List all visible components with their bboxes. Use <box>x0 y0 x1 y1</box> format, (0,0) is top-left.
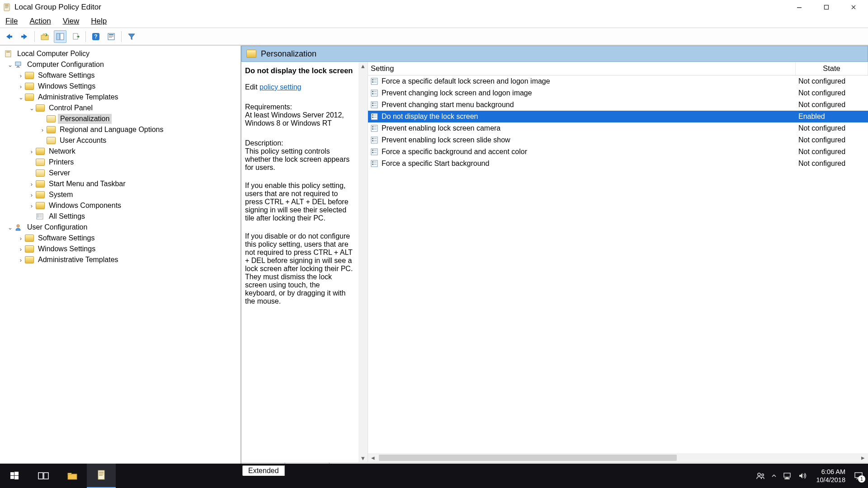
tree-cc-startmenu[interactable]: › Start Menu and Taskbar <box>2 178 239 189</box>
settings-list[interactable]: Force a specific default lock screen and… <box>368 75 868 453</box>
expand-icon[interactable]: › <box>17 83 24 90</box>
expand-icon[interactable]: › <box>39 127 46 133</box>
up-level-button[interactable] <box>38 30 51 43</box>
setting-row[interactable]: Do not display the lock screenEnabled <box>368 111 868 122</box>
tree-cc-software-settings[interactable]: › Software Settings <box>2 70 239 81</box>
filter-button[interactable] <box>125 30 138 43</box>
svg-rect-1 <box>5 5 9 5</box>
people-icon[interactable] <box>755 471 765 481</box>
tree-cc-server[interactable]: Server <box>2 168 239 178</box>
taskbar-gpedit[interactable] <box>87 464 116 488</box>
maximize-button[interactable] <box>813 0 840 14</box>
show-hide-tree-button[interactable] <box>54 30 66 43</box>
task-view-button[interactable] <box>29 464 58 488</box>
collapse-icon[interactable]: ⌄ <box>6 61 14 68</box>
menu-file[interactable]: File <box>2 16 21 27</box>
nav-back-button[interactable] <box>3 30 15 43</box>
start-button[interactable] <box>0 464 29 488</box>
tree-uc-windows-settings[interactable]: › Windows Settings <box>2 244 239 254</box>
policy-setting-link[interactable]: policy setting <box>259 83 302 91</box>
tree-user-configuration[interactable]: ⌄ User Configuration <box>2 222 239 233</box>
folder-icon <box>24 245 34 253</box>
tree-cc-user-accounts[interactable]: User Accounts <box>2 135 239 146</box>
minimize-button[interactable] <box>786 0 813 14</box>
requirements-body: At least Windows Server 2012, Windows 8 … <box>245 111 353 127</box>
tree-cc-admin-templates[interactable]: ⌄ Administrative Templates <box>2 92 239 103</box>
column-setting[interactable]: Setting <box>368 62 796 75</box>
scroll-right-icon[interactable]: ▸ <box>860 454 866 462</box>
svg-rect-39 <box>374 93 377 94</box>
menubar: File Action View Help <box>0 14 868 28</box>
menu-action[interactable]: Action <box>26 16 54 27</box>
collapse-icon[interactable]: ⌄ <box>6 224 14 231</box>
detail-scrollbar[interactable]: ▴ ▾ <box>359 62 368 462</box>
taskbar-time: 6:06 AM <box>816 468 845 476</box>
svg-point-83 <box>762 474 764 476</box>
svg-rect-52 <box>372 128 373 130</box>
properties-button[interactable] <box>105 30 118 43</box>
folder-icon <box>246 50 256 58</box>
tree-cc-allsettings[interactable]: All Settings <box>2 211 239 222</box>
export-list-button[interactable] <box>69 30 82 43</box>
tree-cc-system[interactable]: › System <box>2 189 239 200</box>
folder-icon <box>35 147 45 155</box>
column-state[interactable]: State <box>796 62 868 75</box>
taskbar-clock[interactable]: 6:06 AM 10/4/2018 <box>813 468 848 484</box>
volume-icon[interactable] <box>798 472 808 480</box>
menu-view[interactable]: View <box>59 16 83 27</box>
tree-uc-software-settings[interactable]: › Software Settings <box>2 233 239 244</box>
expand-icon[interactable]: › <box>17 235 24 242</box>
setting-row[interactable]: Force a specific background and accent c… <box>368 146 868 158</box>
scroll-left-icon[interactable]: ◂ <box>370 454 376 462</box>
svg-rect-10 <box>57 33 60 40</box>
tree-computer-configuration[interactable]: ⌄ Computer Configuration <box>2 59 239 70</box>
tree-cc-control-panel[interactable]: ⌄ Control Panel <box>2 103 239 113</box>
tree-cc-personalization[interactable]: Personalization <box>2 113 239 124</box>
collapse-icon[interactable]: ⌄ <box>17 94 24 101</box>
svg-rect-80 <box>99 474 104 474</box>
tree-pane[interactable]: Local Computer Policy ⌄ Computer Configu… <box>0 46 241 476</box>
setting-row[interactable]: Prevent enabling lock screen cameraNot c… <box>368 122 868 134</box>
list-header: Setting State <box>368 62 868 75</box>
setting-row[interactable]: Force a specific default lock screen and… <box>368 75 868 87</box>
expand-icon[interactable]: › <box>17 257 24 263</box>
network-icon[interactable] <box>783 472 793 480</box>
expand-icon[interactable]: › <box>17 72 24 79</box>
help-button[interactable]: ? <box>90 30 102 43</box>
tree-root[interactable]: Local Computer Policy <box>2 48 239 59</box>
tree-cc-printers[interactable]: Printers <box>2 157 239 168</box>
setting-row[interactable]: Prevent enabling lock screen slide showN… <box>368 134 868 146</box>
svg-rect-53 <box>374 126 377 127</box>
taskbar-file-explorer[interactable] <box>58 464 87 488</box>
close-button[interactable] <box>840 0 867 14</box>
svg-rect-76 <box>68 474 77 479</box>
expand-icon[interactable]: › <box>28 202 35 209</box>
window-title: Local Group Policy Editor <box>14 3 101 12</box>
expand-icon[interactable]: › <box>28 148 35 155</box>
tree-cc-regional[interactable]: › Regional and Language Options <box>2 124 239 135</box>
scroll-up-icon[interactable]: ▴ <box>359 62 367 70</box>
tray-chevron-up-icon[interactable] <box>771 473 777 479</box>
tree-cc-network[interactable]: › Network <box>2 146 239 157</box>
nav-forward-button[interactable] <box>18 30 31 43</box>
action-center-icon[interactable]: 1 <box>854 471 863 481</box>
setting-row[interactable]: Force a specific Start backgroundNot con… <box>368 158 868 169</box>
svg-rect-64 <box>374 152 377 153</box>
setting-row[interactable]: Prevent changing lock screen and logon i… <box>368 87 868 99</box>
scrollbar-thumb[interactable] <box>379 455 677 461</box>
horizontal-scrollbar[interactable]: ◂ ▸ <box>368 453 868 462</box>
scroll-down-icon[interactable]: ▾ <box>359 454 367 462</box>
tree-cc-windows-settings[interactable]: › Windows Settings <box>2 81 239 92</box>
svg-rect-38 <box>374 91 377 92</box>
tree-uc-admin-templates[interactable]: › Administrative Templates <box>2 254 239 265</box>
setting-row[interactable]: Prevent changing start menu backgroundNo… <box>368 99 868 111</box>
expand-icon[interactable]: › <box>17 246 24 253</box>
collapse-icon[interactable]: ⌄ <box>28 105 35 112</box>
expand-icon[interactable]: › <box>28 181 35 188</box>
tree-cc-wincomp[interactable]: › Windows Components <box>2 200 239 211</box>
expand-icon[interactable]: › <box>28 192 35 198</box>
menu-help[interactable]: Help <box>87 16 110 27</box>
taskbar: 6:06 AM 10/4/2018 1 <box>0 464 868 488</box>
tab-extended[interactable]: Extended <box>242 465 285 476</box>
policy-item-icon <box>370 89 379 98</box>
